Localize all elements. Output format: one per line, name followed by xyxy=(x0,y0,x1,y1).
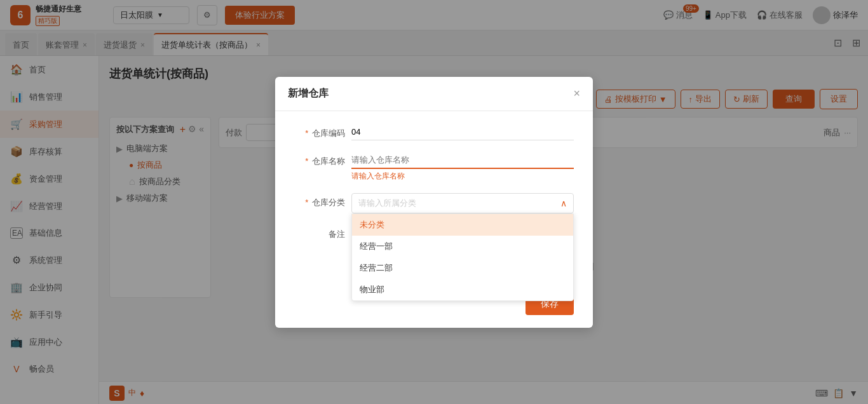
category-required-mark: * xyxy=(305,198,308,207)
name-error-msg: 请输入仓库名称 xyxy=(351,171,574,182)
dropdown-item-uncategorized[interactable]: 未分类 xyxy=(352,214,573,236)
name-field-wrapper: 请输入仓库名称 xyxy=(351,152,574,182)
category-select-wrapper: 请输入所属分类 ∧ 未分类 经营一部 经营二部 物业部 xyxy=(351,193,574,213)
warehouse-code-input[interactable] xyxy=(351,124,574,140)
category-dropdown: 未分类 经营一部 经营二部 物业部 xyxy=(351,213,574,301)
remark-label: 备注 xyxy=(294,225,345,240)
modal-title: 新增仓库 xyxy=(288,87,329,100)
modal-header: 新增仓库 × xyxy=(275,77,593,111)
code-required-mark: * xyxy=(305,128,308,138)
dropdown-item-dept2[interactable]: 经营二部 xyxy=(352,257,573,279)
warehouse-category-row: * 仓库分类 请输入所属分类 ∧ 未分类 经营一部 经营二部 物业部 xyxy=(294,193,574,213)
category-arrow-icon: ∧ xyxy=(560,198,567,208)
code-field-wrapper xyxy=(351,124,574,140)
category-placeholder: 请输入所属分类 xyxy=(358,198,416,209)
category-select[interactable]: 请输入所属分类 ∧ xyxy=(351,193,574,213)
modal-close-button[interactable]: × xyxy=(573,87,580,100)
modal-body: * 仓库编码 * 仓库名称 请输入仓库名称 xyxy=(275,111,593,287)
dropdown-item-dept1[interactable]: 经营一部 xyxy=(352,236,573,257)
warehouse-name-row: * 仓库名称 请输入仓库名称 xyxy=(294,152,574,182)
category-label: * 仓库分类 xyxy=(294,193,345,208)
modal-overlay: 新增仓库 × * 仓库编码 * 仓库名称 xyxy=(0,0,868,404)
add-warehouse-modal: 新增仓库 × * 仓库编码 * 仓库名称 xyxy=(275,77,593,328)
dropdown-item-property[interactable]: 物业部 xyxy=(352,279,573,300)
name-required-mark: * xyxy=(305,156,308,166)
warehouse-code-row: * 仓库编码 xyxy=(294,124,574,140)
name-label: * 仓库名称 xyxy=(294,152,345,167)
code-label: * 仓库编码 xyxy=(294,124,345,139)
warehouse-name-input[interactable] xyxy=(351,152,574,169)
